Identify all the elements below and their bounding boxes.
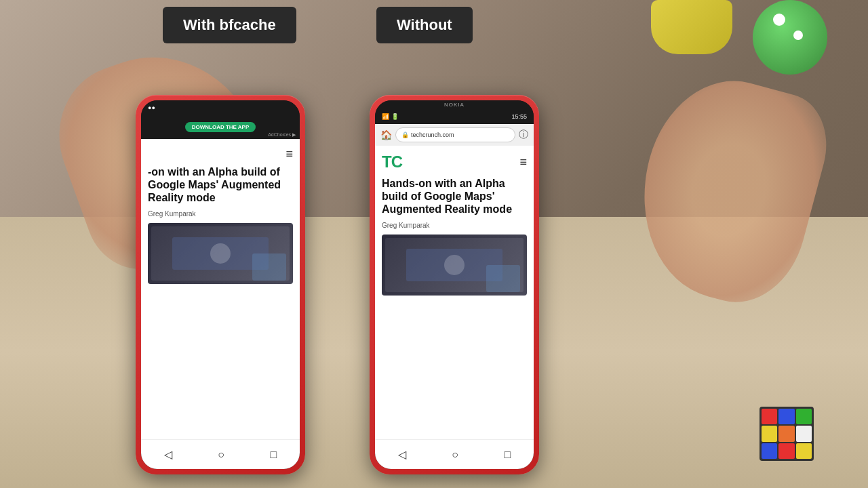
left-status-bar: ●● bbox=[141, 100, 300, 115]
right-nav-bar: ◁ ○ □ bbox=[375, 439, 534, 469]
green-ball bbox=[753, 0, 827, 75]
ad-choices: AdChoices ▶ bbox=[268, 132, 296, 138]
yellow-object bbox=[651, 0, 732, 54]
label-without: Without bbox=[376, 7, 473, 43]
right-lock-icon: 🔒 bbox=[401, 131, 409, 138]
right-status-bar: 📶 🔋 15:55 bbox=[375, 109, 534, 124]
left-nav-bar: ◁ ○ □ bbox=[141, 439, 300, 469]
label-without-text: Without bbox=[397, 16, 452, 33]
right-home-icon[interactable]: 🏠 bbox=[380, 129, 392, 140]
tc-logo: TC bbox=[382, 152, 402, 171]
left-phone-screen: ●● DOWNLOAD THE APP AdChoices ▶ ≡ bbox=[141, 100, 300, 469]
right-url-text: techcrunch.com bbox=[411, 131, 454, 138]
right-phone-wrapper: NOKIA 📶 🔋 15:55 🏠 🔒 techcrunch.com ⓘ bbox=[370, 95, 539, 474]
right-article-image bbox=[382, 235, 527, 296]
right-phone-screen: NOKIA 📶 🔋 15:55 🏠 🔒 techcrunch.com ⓘ bbox=[375, 100, 534, 469]
left-status-icons: ●● bbox=[148, 104, 155, 111]
ad-download-button[interactable]: DOWNLOAD THE APP bbox=[185, 122, 256, 132]
left-home-button[interactable]: ○ bbox=[218, 449, 224, 461]
right-home-button[interactable]: ○ bbox=[452, 449, 458, 461]
right-info-icon[interactable]: ⓘ bbox=[519, 129, 528, 141]
right-recent-button[interactable]: □ bbox=[505, 449, 511, 461]
left-phone: ●● DOWNLOAD THE APP AdChoices ▶ ≡ bbox=[136, 95, 305, 474]
left-browser-content[interactable]: ≡ -on with an Alpha build of Google Maps… bbox=[141, 139, 300, 439]
right-status-icons: 📶 🔋 bbox=[382, 113, 399, 120]
right-author: Greg Kumparak bbox=[382, 222, 527, 229]
left-recent-button[interactable]: □ bbox=[271, 449, 277, 461]
right-url-input[interactable]: 🔒 techcrunch.com bbox=[395, 127, 515, 142]
left-phone-wrapper: ●● DOWNLOAD THE APP AdChoices ▶ ≡ bbox=[136, 95, 305, 474]
right-time: 15:55 bbox=[511, 113, 527, 120]
right-browser-content[interactable]: TC ≡ Hands-on with an Alpha build of Goo… bbox=[375, 146, 534, 439]
right-back-button[interactable]: ◁ bbox=[398, 448, 406, 461]
right-article-title: Hands-on with an Alpha build of Google M… bbox=[382, 177, 527, 216]
left-article-title: -on with an Alpha build of Google Maps' … bbox=[148, 165, 293, 205]
ad-banner: DOWNLOAD THE APP AdChoices ▶ bbox=[141, 115, 300, 139]
nokia-brand: NOKIA bbox=[375, 100, 534, 109]
left-back-button[interactable]: ◁ bbox=[164, 448, 172, 461]
left-menu-icon[interactable]: ≡ bbox=[285, 147, 293, 161]
rubiks-cube bbox=[760, 407, 814, 461]
label-with-bfcache-text: With bfcache bbox=[183, 16, 276, 33]
left-article-image bbox=[148, 223, 293, 284]
label-with-bfcache: With bfcache bbox=[163, 7, 296, 43]
right-menu-icon[interactable]: ≡ bbox=[519, 155, 527, 169]
ad-download-text: DOWNLOAD THE APP bbox=[192, 124, 250, 130]
left-author: Greg Kumparak bbox=[148, 210, 293, 218]
right-address-bar[interactable]: 🏠 🔒 techcrunch.com ⓘ bbox=[375, 124, 534, 146]
right-phone: NOKIA 📶 🔋 15:55 🏠 🔒 techcrunch.com ⓘ bbox=[370, 95, 539, 474]
